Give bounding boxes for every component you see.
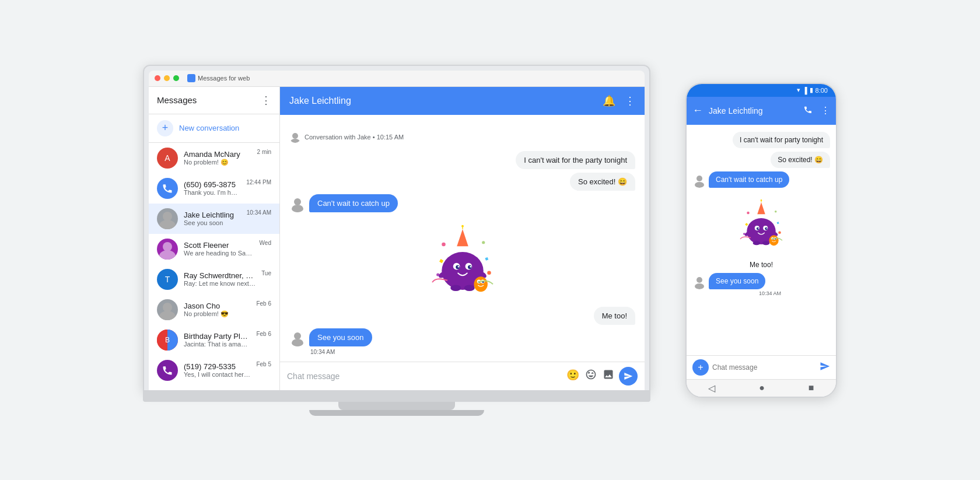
sticker-area — [289, 222, 635, 297]
phone-bubble-sent2: So excited! 😄 — [771, 152, 830, 168]
chat-messages: Conversation with Jake • 10:15 AM I can'… — [280, 115, 645, 362]
svg-point-16 — [482, 241, 485, 244]
chat-divider: Conversation with Jake • 10:15 AM — [289, 131, 635, 143]
send-button[interactable] — [619, 367, 638, 386]
conv-info-amanda: Amanda McNary No problem! 😊 — [184, 150, 251, 166]
sticker-monster — [425, 222, 501, 297]
avatar-jake — [157, 208, 178, 229]
svg-point-39 — [696, 176, 702, 181]
phone-send-button[interactable] — [820, 361, 830, 374]
conversation-item-amanda[interactable]: A Amanda McNary No problem! 😊 2 min — [149, 143, 279, 173]
msg-avatar-jake — [289, 196, 306, 212]
conversation-item-peter[interactable]: Peter Paik I am available tomorrow at 7P… — [149, 386, 279, 390]
conv-time-phone2: Feb 5 — [256, 361, 271, 367]
svg-point-27 — [470, 266, 471, 268]
app-icon — [187, 74, 195, 82]
conv-time-jake: 10:34 AM — [247, 209, 271, 216]
conversation-item-phone1[interactable]: (650) 695-3875 Thank you. I'm heading ho… — [149, 173, 279, 204]
svg-point-32 — [474, 276, 487, 292]
battery-icon: ▮ — [810, 86, 813, 94]
phone-add-button[interactable]: + — [692, 359, 709, 376]
chat-message-input[interactable] — [287, 372, 562, 381]
notification-icon[interactable]: 🔔 — [603, 94, 615, 107]
svg-point-30 — [450, 285, 461, 290]
svg-point-1 — [159, 220, 176, 229]
conv-preview-jake: See you soon — [184, 219, 241, 226]
phone-more-icon[interactable]: ⋮ — [821, 105, 830, 117]
chat-input-icons: 🙂 — [566, 369, 614, 383]
titlebar-minimize-dot[interactable] — [164, 75, 170, 81]
conv-name-phone2: (519) 729-5335 — [184, 362, 250, 371]
phone-bubble-sent1: I can't wait for party tonight — [733, 132, 830, 148]
phone-header-icons: ⋮ — [803, 105, 830, 117]
conv-preview-amanda: No problem! 😊 — [184, 159, 251, 166]
signal-icon: ▐ — [803, 87, 807, 94]
phone-wrapper: ▾ ▐ ▮ 8:00 ← Jake Leichtling ⋮ I can't w… — [685, 83, 837, 398]
svg-rect-18 — [485, 257, 488, 260]
phone-back-button[interactable]: ← — [692, 104, 703, 117]
phone-call-icon[interactable] — [803, 105, 813, 117]
phone-metoo-text: Me too! — [750, 261, 773, 269]
chat-header-icons: 🔔 ⋮ — [603, 94, 635, 107]
conv-name-ray: Ray Schwerdtner, Jason Tzou — [184, 271, 256, 280]
titlebar-maximize-dot[interactable] — [173, 75, 179, 81]
phone-msg-time-received2: 10:34 AM — [710, 290, 830, 296]
svg-point-56 — [766, 227, 768, 229]
phone-msg-group-received2: See you soon 10:34 AM — [692, 273, 830, 296]
titlebar-close-dot[interactable] — [155, 75, 160, 81]
sidebar-menu-button[interactable]: ⋮ — [261, 94, 271, 107]
conversation-item-scott[interactable]: Scott Fleener We are heading to San Fran… — [149, 234, 279, 264]
more-options-icon[interactable]: ⋮ — [625, 94, 635, 107]
bubble-received2: See you soon — [309, 328, 372, 346]
avatar-birthday: B — [157, 330, 178, 351]
avatar-phone1 — [157, 178, 178, 199]
avatar-amanda: A — [157, 148, 178, 169]
msg-group-received2: See you soon 10:34 AM — [289, 328, 635, 355]
laptop-foot — [309, 410, 484, 416]
phone-msg-received1: Can't wait to catch up — [692, 171, 830, 188]
phone-message-input[interactable] — [712, 363, 816, 372]
phone-nav-back[interactable]: ◁ — [708, 383, 715, 394]
sticker-icon[interactable] — [585, 369, 597, 383]
conv-info-phone2: (519) 729-5335 Yes, I will contact her t… — [184, 362, 250, 378]
svg-marker-12 — [457, 229, 468, 246]
phone-nav-recents[interactable]: ■ — [808, 383, 814, 393]
conversation-item-ray[interactable]: T Ray Schwerdtner, Jason Tzou Ray: Let m… — [149, 264, 279, 295]
phone-nav-home[interactable]: ● — [759, 383, 765, 393]
conversation-item-jake[interactable]: Jake Leichtling See you soon 10:34 AM — [149, 204, 279, 234]
conv-time-jason: Feb 6 — [256, 300, 271, 307]
svg-point-60 — [762, 241, 770, 245]
conversation-item-birthday[interactable]: B Birthday Party Planning Jacinta: That … — [149, 325, 279, 355]
laptop-screen-frame: Messages for web Messages ⋮ + New conver… — [143, 65, 650, 391]
svg-point-14 — [461, 225, 464, 227]
sidebar-header: Messages ⋮ — [149, 87, 279, 114]
svg-point-10 — [294, 198, 301, 205]
conversation-item-jason[interactable]: Jason Cho No problem! 😎 Feb 6 — [149, 295, 279, 325]
emoji-icon[interactable]: 🙂 — [566, 369, 579, 383]
image-icon[interactable] — [603, 369, 614, 383]
conv-name-birthday: Birthday Party Planning — [184, 332, 250, 341]
bubble-received1: Can't wait to catch up — [309, 194, 398, 212]
phone-header: ← Jake Leichtling ⋮ — [687, 97, 836, 125]
conversation-item-phone2[interactable]: (519) 729-5335 Yes, I will contact her t… — [149, 355, 279, 386]
conv-time-ray: Tue — [261, 270, 271, 276]
conv-time-scott: Wed — [260, 240, 271, 246]
phone-status-bar: ▾ ▐ ▮ 8:00 — [687, 84, 836, 97]
svg-point-38 — [292, 339, 303, 346]
svg-point-40 — [695, 182, 704, 188]
sidebar: Messages ⋮ + New conversation A Amanda M… — [149, 87, 280, 390]
svg-point-8 — [292, 133, 298, 139]
conv-preview-ray: Ray: Let me know next time — [184, 280, 256, 287]
sidebar-title: Messages — [157, 95, 197, 105]
avatar-jason — [157, 299, 178, 320]
svg-point-66 — [696, 277, 702, 283]
phone-bubble-received2: See you soon — [709, 273, 765, 289]
new-conversation-label: New conversation — [179, 124, 239, 132]
conv-name-scott: Scott Fleener — [184, 241, 254, 250]
svg-point-61 — [769, 235, 779, 246]
bubble-sent2: So excited! 😄 — [570, 173, 635, 191]
svg-point-59 — [753, 241, 761, 245]
conv-info-ray: Ray Schwerdtner, Jason Tzou Ray: Let me … — [184, 271, 256, 287]
laptop-app: Messages ⋮ + New conversation A Amanda M… — [149, 87, 645, 390]
new-conversation-button[interactable]: + New conversation — [149, 114, 279, 143]
